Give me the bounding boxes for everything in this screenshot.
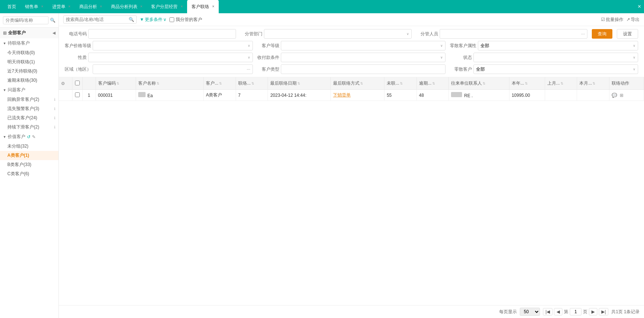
settings-button[interactable]: 设置 [617, 29, 638, 39]
manager-select[interactable]: ··· [440, 29, 587, 39]
window-close-button[interactable]: × [638, 3, 641, 10]
all-customers-header[interactable]: ⊞ 全部客户 ◀ [0, 28, 58, 38]
tab-purchase[interactable]: 进货单 × [48, 0, 75, 13]
export-btn[interactable]: ↗ 导出 [626, 17, 640, 23]
sort-icon-year[interactable]: ⇅ [525, 82, 528, 85]
close-product-analysis-list-tab[interactable]: × [140, 0, 143, 13]
col-checkbox[interactable] [72, 77, 82, 90]
close-sales-tab[interactable]: × [41, 0, 43, 13]
dept-select[interactable]: ∨ [264, 29, 412, 39]
status-select[interactable]: ∨ [473, 53, 638, 62]
sidebar-item-b-class[interactable]: B类客户(33) [0, 160, 58, 169]
sidebar-search-button[interactable]: 🔍 [50, 18, 56, 23]
batch-operation-btn[interactable]: ☑ 批量操作 [601, 17, 623, 23]
filter-search-box[interactable]: 🔍 [63, 15, 137, 24]
col-settings[interactable]: ⚙ [59, 77, 72, 90]
next-page-btn[interactable]: ▶ [589, 308, 597, 315]
col-last-date[interactable]: 最后联络日期 ⇅ [268, 77, 331, 90]
tab-product-analysis[interactable]: 商品分析 × [75, 0, 107, 13]
tab-product-analysis-list[interactable]: 商品分析列表 × [107, 0, 147, 13]
dept-label: 分管部门 [240, 31, 262, 37]
col-level[interactable]: 客户... ⇅ [204, 77, 236, 90]
collapse-sidebar-btn[interactable]: ◀ [53, 31, 56, 35]
col-last-month[interactable]: 上月... ⇅ [545, 77, 577, 90]
col-this-year[interactable]: 本年... ⇅ [509, 77, 545, 90]
first-page-btn[interactable]: |◀ [543, 308, 552, 315]
tab-customer-contact[interactable]: 客户联络 × [187, 0, 219, 13]
select-all-checkbox[interactable] [75, 81, 80, 85]
row-level: A类客户 [204, 90, 236, 101]
per-page-select[interactable]: 50 100 200 [520, 308, 540, 316]
col-no-contact[interactable]: 未联... ⇅ [384, 77, 417, 90]
region-select[interactable]: ··· [93, 64, 253, 74]
customer-type-input[interactable] [281, 64, 446, 74]
col-last-method[interactable]: 最后联络方式 ⇅ [331, 77, 384, 90]
sort-icon-method[interactable]: ⇅ [360, 82, 363, 85]
col-name[interactable]: 客户名称 ⇅ [136, 77, 203, 90]
close-purchase-tab[interactable]: × [68, 0, 71, 13]
sparse-attr-select[interactable]: 全部 ∨ [478, 41, 638, 50]
sidebar-search-input[interactable] [3, 16, 49, 24]
sidebar-item-a-class[interactable]: A类客户(1) [0, 151, 58, 160]
col-this-month[interactable]: 本月... ⇅ [577, 77, 609, 90]
sort-icon-lastmonth[interactable]: ⇅ [561, 82, 564, 85]
value-customers-group[interactable]: ▼ 价值客户 ↺ ✎ [0, 132, 58, 142]
pagination: |◀ ◀ 第 页 ▶ ▶| [543, 308, 608, 315]
query-button[interactable]: 查询 [592, 29, 612, 39]
edit-icon[interactable]: ✎ [32, 134, 36, 139]
sidebar-item-7days[interactable]: 近7天待联络(0) [0, 67, 58, 76]
payment-select[interactable]: ∨ [281, 53, 446, 62]
filter-search-input[interactable] [66, 17, 129, 22]
refresh-icon[interactable]: ↺ [27, 134, 31, 139]
phone-input[interactable] [88, 29, 236, 39]
sort-icon-nocontact[interactable]: ⇅ [400, 82, 403, 85]
sort-icon-thismonth[interactable]: ⇅ [593, 82, 595, 85]
sort-icon-unit[interactable]: ⇅ [483, 82, 486, 85]
sidebar-item-today[interactable]: 今天待联络(0) [0, 48, 58, 57]
search-icon[interactable]: 🔍 [129, 17, 134, 22]
col-code[interactable]: 客户编码 ⇅ [96, 77, 136, 90]
sidebar-item-overdue[interactable]: 逾期未联络(30) [0, 76, 58, 85]
tab-customer-segment[interactable]: 客户分层经营 × [147, 0, 187, 13]
qr-icon[interactable]: ⊞ [620, 93, 623, 98]
nature-select[interactable]: ∨ [88, 53, 253, 62]
sparse-customer-select[interactable]: 全部 ∨ [473, 64, 638, 74]
col-overdue[interactable]: 逾期... ⇅ [416, 77, 449, 90]
sidebar-item-tomorrow[interactable]: 明天待联络(1) [0, 57, 58, 67]
sidebar-item-c-class[interactable]: C类客户(6) [0, 169, 58, 179]
sort-icon-overdue[interactable]: ⇅ [432, 82, 435, 85]
sort-icon-date[interactable]: ⇅ [297, 82, 300, 85]
row-checkbox[interactable] [75, 92, 80, 97]
sidebar-item-churn-warning[interactable]: 流失预警客户(3) ℹ [0, 104, 58, 113]
sidebar-item-declining[interactable]: 持续下滑客户(2) ℹ [0, 123, 58, 132]
sort-icon-name[interactable]: ⇅ [157, 82, 160, 85]
sidebar-item-churned[interactable]: 已流失客户(24) ℹ [0, 113, 58, 123]
pending-contact-group[interactable]: ▼ 待联络客户 [0, 38, 58, 48]
arrow-down-icon-3: ▼ [3, 135, 6, 139]
chat-icon[interactable]: 💬 [612, 93, 617, 98]
sidebar-item-repurchase-abnormal[interactable]: 回购异常客户(2) ℹ [0, 95, 58, 104]
row-last-method[interactable]: 下销货单 [331, 90, 384, 101]
sort-icon-code[interactable]: ⇅ [117, 82, 119, 85]
customer-level-select[interactable]: ∨ [281, 41, 446, 50]
sort-icon-level[interactable]: ⇅ [219, 82, 222, 85]
more-filters-btn[interactable]: ▼ 更多条件 ∨ [140, 17, 167, 23]
tab-sales[interactable]: 销售单 × [21, 0, 48, 13]
sort-icon-contact[interactable]: ⇅ [251, 82, 254, 85]
price-level-select[interactable]: ∨ [93, 41, 253, 50]
home-tab[interactable]: 首页 [3, 0, 21, 13]
my-customers-checkbox[interactable] [169, 17, 174, 22]
col-unit-contact[interactable]: 往来单位联系人 ⇅ [449, 77, 509, 90]
sidebar-item-ungrouped[interactable]: 未分组(32) [0, 142, 58, 151]
my-customers-filter[interactable]: 我分管的客户 [169, 17, 202, 23]
problem-customers-group[interactable]: ▼ 问题客户 [0, 85, 58, 95]
row-action[interactable]: 💬 ⊞ [609, 90, 644, 101]
close-customer-contact-tab[interactable]: × [212, 0, 214, 13]
close-product-analysis-tab[interactable]: × [100, 0, 102, 13]
row-checkbox-cell[interactable] [72, 90, 82, 101]
close-customer-segment-tab[interactable]: × [180, 0, 183, 13]
col-contact[interactable]: 联络... ⇅ [236, 77, 268, 90]
last-page-btn[interactable]: ▶| [599, 308, 608, 315]
prev-page-btn[interactable]: ◀ [554, 308, 562, 315]
page-input[interactable] [570, 308, 582, 315]
